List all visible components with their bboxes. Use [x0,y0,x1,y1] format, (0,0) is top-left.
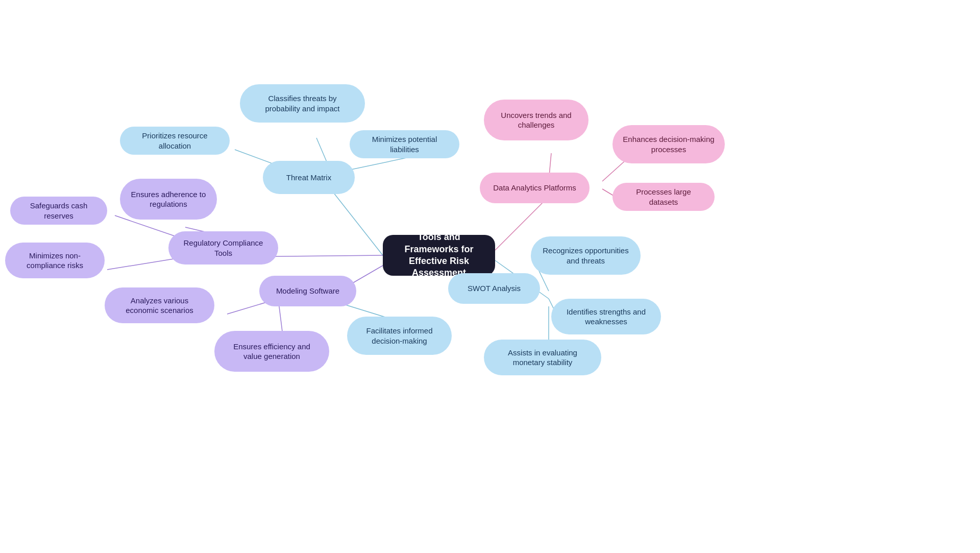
data-analytics-label: Data Analytics Platforms [493,183,576,193]
swot-node: SWOT Analysis [448,273,540,304]
analyzes-node: Analyzes various economic scenarios [105,287,214,323]
assists-label: Assists in evaluating monetary stability [494,348,591,368]
svg-line-0 [332,190,383,255]
identifies-label: Identifies strengths and weaknesses [561,307,651,327]
identifies-node: Identifies strengths and weaknesses [551,299,661,334]
ensures-efficiency-label: Ensures efficiency and value generation [225,342,319,362]
minimizes-liabilities-label: Minimizes potential liabilities [360,134,449,154]
processes-node: Processes large datasets [612,183,715,211]
modeling-node: Modeling Software [259,276,356,306]
swot-label: SWOT Analysis [468,283,521,294]
classifies-label: Classifies threats by probability and im… [250,93,355,113]
prioritizes-label: Prioritizes resource allocation [130,131,219,151]
center-node: Tools and Frameworks for Effective Risk … [383,235,495,276]
analyzes-label: Analyzes various economic scenarios [115,296,204,316]
assists-node: Assists in evaluating monetary stability [484,340,601,375]
center-label: Tools and Frameworks for Effective Risk … [393,231,485,279]
minimizes-noncompliance-label: Minimizes non-compliance risks [15,251,94,271]
uncovers-label: Uncovers trends and challenges [494,110,578,130]
ensures-efficiency-node: Ensures efficiency and value generation [214,331,329,372]
enhances-node: Enhances decision-making processes [612,125,725,163]
safeguards-label: Safeguards cash reserves [20,201,97,221]
enhances-label: Enhances decision-making processes [623,134,715,154]
modeling-label: Modeling Software [276,286,339,296]
recognizes-label: Recognizes opportunities and threats [541,246,630,266]
facilitates-label: Facilitates informed decision-making [357,326,442,346]
uncovers-node: Uncovers trends and challenges [484,100,589,140]
classifies-node: Classifies threats by probability and im… [240,84,365,123]
minimizes-noncompliance-node: Minimizes non-compliance risks [5,243,105,278]
ensures-adherence-label: Ensures adherence to regulations [130,189,207,209]
minimizes-liabilities-node: Minimizes potential liabilities [350,130,459,158]
threat-matrix-node: Threat Matrix [263,161,355,194]
processes-label: Processes large datasets [623,187,704,207]
prioritizes-node: Prioritizes resource allocation [120,127,230,155]
ensures-adherence-node: Ensures adherence to regulations [120,179,217,220]
facilitates-node: Facilitates informed decision-making [347,317,452,355]
data-analytics-node: Data Analytics Platforms [480,173,590,203]
regulatory-label: Regulatory Compliance Tools [179,238,268,258]
threat-matrix-label: Threat Matrix [286,173,331,183]
recognizes-node: Recognizes opportunities and threats [531,236,641,275]
regulatory-node: Regulatory Compliance Tools [168,231,278,265]
safeguards-node: Safeguards cash reserves [10,197,107,225]
